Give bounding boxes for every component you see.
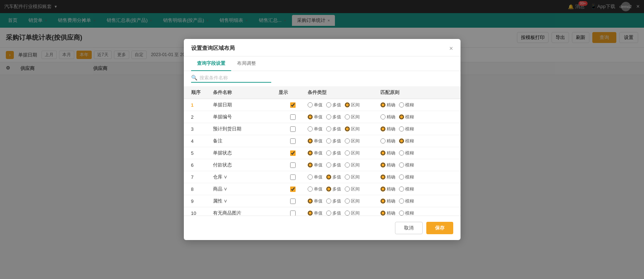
dialog-footer: 取消 保存 <box>184 216 461 240</box>
type-multi-option[interactable]: 多值 <box>326 138 341 144</box>
rule-fuzzy-option[interactable]: 模糊 <box>399 150 414 156</box>
row-type: 单值 多值 区间 <box>308 150 380 156</box>
display-checkbox[interactable] <box>290 150 296 156</box>
tab-query-fields[interactable]: 查询字段设置 <box>191 56 231 71</box>
display-checkbox[interactable] <box>290 186 296 192</box>
type-range-option[interactable]: 区间 <box>345 150 360 156</box>
row-order: 7 <box>191 174 213 180</box>
row-type: 单值 多值 区间 <box>308 198 380 204</box>
type-range-option[interactable]: 区间 <box>345 114 360 120</box>
col-display: 显示 <box>278 89 308 96</box>
row-name: 单据日期 <box>213 102 278 108</box>
type-multi-option[interactable]: 多值 <box>326 162 341 168</box>
row-rule: 精确 模糊 <box>380 102 453 108</box>
row-order: 5 <box>191 150 213 156</box>
dialog-close-btn[interactable]: × <box>449 45 453 52</box>
dialog-tabs: 查询字段设置 布局调整 <box>184 56 461 71</box>
type-single-option[interactable]: 单值 <box>308 114 323 120</box>
type-multi-option[interactable]: 多值 <box>326 198 341 204</box>
tab-layout[interactable]: 布局调整 <box>231 56 262 71</box>
type-single-option[interactable]: 单值 <box>308 126 323 132</box>
row-order: 6 <box>191 162 213 168</box>
type-single-option[interactable]: 单值 <box>308 162 323 168</box>
type-single-option[interactable]: 单值 <box>308 198 323 204</box>
rule-exact-option[interactable]: 精确 <box>380 198 395 204</box>
row-order: 3 <box>191 126 213 132</box>
type-range-option[interactable]: 区间 <box>345 186 360 192</box>
dialog-table-header: 顺序 条件名称 显示 条件类型 匹配原则 <box>184 86 461 99</box>
display-checkbox[interactable] <box>290 102 296 108</box>
type-range-option[interactable]: 区间 <box>345 210 360 216</box>
rule-exact-option[interactable]: 精确 <box>380 186 395 192</box>
row-rule: 精确 模糊 <box>380 114 453 120</box>
table-row: 8 商品 ∨ 单值 多值 区间 精确 模糊 <box>184 183 461 195</box>
display-checkbox[interactable] <box>290 162 296 168</box>
rule-fuzzy-option[interactable]: 模糊 <box>399 210 414 216</box>
rule-exact-option[interactable]: 精确 <box>380 102 395 108</box>
display-checkbox[interactable] <box>290 126 296 132</box>
row-type: 单值 多值 区间 <box>308 162 380 168</box>
rule-fuzzy-option[interactable]: 模糊 <box>399 174 414 180</box>
type-range-option[interactable]: 区间 <box>345 102 360 108</box>
rule-exact-option[interactable]: 精确 <box>380 174 395 180</box>
type-single-option[interactable]: 单值 <box>308 102 323 108</box>
type-single-option[interactable]: 单值 <box>308 150 323 156</box>
rule-fuzzy-option[interactable]: 模糊 <box>399 102 414 108</box>
type-multi-option[interactable]: 多值 <box>326 114 341 120</box>
type-multi-option[interactable]: 多值 <box>326 150 341 156</box>
rule-fuzzy-option[interactable]: 模糊 <box>399 138 414 144</box>
dialog-table: 顺序 条件名称 显示 条件类型 匹配原则 1 单据日期 单值 多值 <box>184 86 461 216</box>
table-row: 3 预计到货日期 单值 多值 区间 精确 模糊 <box>184 123 461 135</box>
rule-exact-option[interactable]: 精确 <box>380 150 395 156</box>
display-checkbox[interactable] <box>290 211 296 216</box>
rule-exact-option[interactable]: 精确 <box>380 210 395 216</box>
row-rule: 精确 模糊 <box>380 174 453 180</box>
rule-exact-option[interactable]: 精确 <box>380 162 395 168</box>
type-range-option[interactable]: 区间 <box>345 174 360 180</box>
type-single-option[interactable]: 单值 <box>308 210 323 216</box>
row-display <box>278 211 308 216</box>
type-multi-option[interactable]: 多值 <box>326 174 341 180</box>
display-checkbox[interactable] <box>290 114 296 120</box>
type-multi-option[interactable]: 多值 <box>326 126 341 132</box>
col-name: 条件名称 <box>213 89 278 96</box>
save-btn[interactable]: 保存 <box>426 222 453 234</box>
col-type: 条件类型 <box>308 89 380 96</box>
row-name: 单据编号 <box>213 114 278 120</box>
type-range-option[interactable]: 区间 <box>345 198 360 204</box>
row-name: 预计到货日期 <box>213 126 278 132</box>
row-display <box>278 126 308 132</box>
rule-fuzzy-option[interactable]: 模糊 <box>399 186 414 192</box>
rule-exact-option[interactable]: 精确 <box>380 114 395 120</box>
display-checkbox[interactable] <box>290 138 296 144</box>
table-row: 7 仓库 ∨ 单值 多值 区间 精确 模糊 <box>184 171 461 183</box>
type-multi-option[interactable]: 多值 <box>326 102 341 108</box>
rule-fuzzy-option[interactable]: 模糊 <box>399 114 414 120</box>
type-single-option[interactable]: 单值 <box>308 174 323 180</box>
row-order: 4 <box>191 138 213 144</box>
rule-fuzzy-option[interactable]: 模糊 <box>399 162 414 168</box>
rule-exact-option[interactable]: 精确 <box>380 138 395 144</box>
row-type: 单值 多值 区间 <box>308 174 380 180</box>
col-rule: 匹配原则 <box>380 89 453 96</box>
row-rule: 精确 模糊 <box>380 198 453 204</box>
type-range-option[interactable]: 区间 <box>345 162 360 168</box>
display-checkbox[interactable] <box>290 174 296 180</box>
cancel-btn[interactable]: 取消 <box>395 222 423 234</box>
dialog-table-body: 1 单据日期 单值 多值 区间 精确 模糊 <box>184 99 461 216</box>
search-input[interactable] <box>199 75 265 80</box>
type-single-option[interactable]: 单值 <box>308 138 323 144</box>
table-row: 1 单据日期 单值 多值 区间 精确 模糊 <box>184 99 461 111</box>
type-range-option[interactable]: 区间 <box>345 126 360 132</box>
type-multi-option[interactable]: 多值 <box>326 210 341 216</box>
table-row: 5 单据状态 单值 多值 区间 精确 模糊 <box>184 147 461 159</box>
rule-fuzzy-option[interactable]: 模糊 <box>399 126 414 132</box>
row-rule: 精确 模糊 <box>380 150 453 156</box>
type-single-option[interactable]: 单值 <box>308 186 323 192</box>
row-rule: 精确 模糊 <box>380 162 453 168</box>
type-multi-option[interactable]: 多值 <box>326 186 341 192</box>
rule-fuzzy-option[interactable]: 模糊 <box>399 198 414 204</box>
rule-exact-option[interactable]: 精确 <box>380 126 395 132</box>
display-checkbox[interactable] <box>290 199 296 204</box>
type-range-option[interactable]: 区间 <box>345 138 360 144</box>
